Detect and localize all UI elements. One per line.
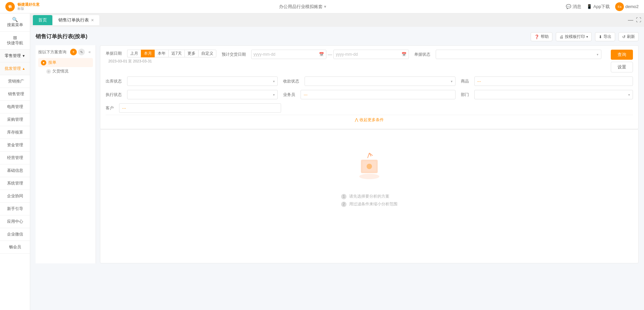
query-btn[interactable]: 查询 [611, 50, 633, 60]
sidebar-item-ecommerce[interactable]: 电商管理 [0, 101, 30, 113]
sidebar-item-newbie[interactable]: 新手引导 [0, 203, 30, 215]
filter-section: 单据日期 上月 本月 本年 近7天 更多 自定义 [100, 45, 639, 129]
tab-bar: 首页 销售订单执行表 ✕ — ⛶ [30, 13, 644, 27]
scheme-sub-icon: ○ [46, 69, 51, 74]
empty-svg [353, 150, 386, 183]
filter-row-3: 执行状态 ▾ 业务员 部门 [106, 90, 633, 99]
scheme-icon-active: ● [41, 60, 46, 65]
sidebar-item-wholesale[interactable]: 批发管理 ▲ [0, 62, 30, 75]
sidebar-item-operations[interactable]: 经营管理 [0, 152, 30, 164]
right-content: 单据日期 上月 本月 本年 近7天 更多 自定义 [100, 45, 639, 263]
exec-select[interactable]: ▾ [127, 90, 278, 99]
sidebar-item-sales[interactable]: 销售管理 [0, 88, 30, 101]
chevron-down-icon-5: ▾ [628, 93, 630, 97]
date-filter: 单据日期 上月 本月 本年 近7天 更多 自定义 [106, 50, 216, 64]
collapse-icon: ⋀ [355, 117, 358, 122]
empty-step-2: 2 用过滤条件来缩小分析范围 [341, 201, 397, 207]
header-left: 畅 畅捷通好生意 标版 [5, 2, 40, 11]
tab-sales-exec[interactable]: 销售订单执行表 ✕ [53, 15, 99, 25]
sidebar: 🔍 搜索菜单 ⊞ 快捷导航 零售管理 ▼ 批发管理 ▲ 营销推广 销售管理 电商… [0, 13, 30, 310]
message-btn[interactable]: 💬 消息 [566, 4, 581, 10]
salesperson-input[interactable] [301, 90, 455, 99]
sidebar-item-system[interactable]: 系统管理 [0, 177, 30, 190]
settings-btn[interactable]: 设置 [611, 62, 633, 72]
date-tab-current-year[interactable]: 本年 [155, 50, 168, 57]
filter-row-1: 单据日期 上月 本月 本年 近7天 更多 自定义 [106, 50, 633, 72]
header-center[interactable]: 办公用品行业模拟账套 ▾ [279, 4, 326, 10]
expected-date-end[interactable]: yyyy-mm-dd 📅 [333, 50, 409, 59]
goods-filter: 商品 [461, 76, 633, 86]
chevron-icon: ▼ [22, 54, 25, 58]
sidebar-item-purchase[interactable]: 采购管理 [0, 113, 30, 126]
top-header: 畅 畅捷通好生意 标版 办公用品行业模拟账套 ▾ 💬 消息 📱 App下载 Ea… [0, 0, 644, 13]
scheme-edit-btn[interactable]: ✎ [78, 49, 85, 55]
tab-maximize-btn[interactable]: ⛶ [636, 17, 641, 23]
date-tab-last-month[interactable]: 上月 [127, 50, 141, 57]
date-tabs: 上月 本月 本年 近7天 更多 自定义 [127, 50, 216, 57]
date-tab-current-month[interactable]: 本月 [141, 50, 155, 57]
sidebar-item-basic[interactable]: 基础信息 [0, 164, 30, 177]
sidebar-item-search-menu[interactable]: 🔍 搜索菜单 [0, 13, 30, 32]
goods-input[interactable] [474, 76, 633, 86]
page-content: 销售订单执行表(按单) ❓ 帮助 🖨 按模板打印 ▾ ⬇ 导出 [30, 27, 644, 310]
scheme-add-btn[interactable]: + [70, 49, 77, 55]
calendar-icon-2: 📅 [401, 52, 407, 57]
tab-home[interactable]: 首页 [33, 15, 52, 25]
sidebar-item-appstore[interactable]: 应用中心 [0, 215, 30, 228]
scheme-collapse-btn[interactable]: « [86, 49, 93, 55]
scheme-item-press-order[interactable]: ● 按单 [38, 58, 93, 67]
tab-minimize-btn[interactable]: — [628, 17, 633, 23]
date-tab-custom[interactable]: 自定义 [198, 50, 216, 57]
sidebar-item-wechat[interactable]: 企业微信 [0, 228, 30, 241]
svg-point-0 [359, 174, 379, 179]
empty-steps: 1 请先选择要分析的方案 2 用过滤条件来缩小分析范围 [341, 194, 397, 207]
status-select[interactable]: ▾ [436, 50, 601, 59]
expected-date-range: yyyy-mm-dd 📅 — yyyy-mm-dd 📅 [251, 50, 409, 59]
dept-filter: 部门 ▾ [461, 90, 633, 99]
collection-filter: 收款状态 ▾ [283, 76, 455, 86]
tab-close-btn[interactable]: ✕ [91, 18, 94, 22]
chevron-down-icon-2: ▾ [273, 80, 275, 83]
help-icon: ❓ [534, 35, 539, 39]
svg-point-3 [367, 164, 372, 169]
user-profile[interactable]: Ea demo2 [615, 2, 639, 11]
expected-date-start[interactable]: yyyy-mm-dd 📅 [251, 50, 327, 59]
svg-line-4 [368, 153, 369, 158]
sidebar-item-marketing[interactable]: 营销推广 [0, 75, 30, 88]
chevron-down-icon-4: ▾ [273, 93, 275, 97]
filter-row-2: 出库状态 ▾ 收款状态 ▾ [106, 76, 633, 86]
help-btn[interactable]: ❓ 帮助 [531, 32, 552, 41]
sidebar-item-inventory[interactable]: 库存核算 [0, 126, 30, 139]
collapse-bar[interactable]: ⋀ 收起更多条件 [106, 115, 633, 125]
action-buttons: 查询 设置 [607, 50, 633, 72]
page-title-bar: 销售订单执行表(按单) ❓ 帮助 🖨 按模板打印 ▾ ⬇ 导出 [36, 32, 639, 41]
app-download-btn[interactable]: 📱 App下载 [587, 4, 610, 10]
export-btn[interactable]: ⬇ 导出 [595, 32, 615, 41]
template-print-btn[interactable]: 🖨 按模板打印 ▾ [556, 32, 592, 41]
calendar-icon: 📅 [319, 52, 324, 57]
warehouse-select[interactable]: ▾ [127, 76, 278, 86]
customer-filter: 客户 [106, 103, 281, 113]
sidebar-item-member[interactable]: 畅会员 [0, 241, 30, 254]
refresh-btn[interactable]: ↺ 刷新 [619, 32, 639, 41]
collection-select[interactable]: ▾ [305, 76, 455, 86]
refresh-icon: ↺ [622, 35, 626, 39]
dept-select[interactable]: ▾ [474, 90, 633, 99]
sidebar-item-retail[interactable]: 零售管理 ▼ [0, 50, 30, 62]
salesperson-filter: 业务员 [283, 90, 455, 99]
date-tab-more[interactable]: 更多 [184, 50, 198, 57]
sidebar-item-finance[interactable]: 资金管理 [0, 139, 30, 152]
scheme-header: 按以下方案查询 + ✎ « [38, 49, 93, 55]
sidebar-item-enterprise[interactable]: 企业协同 [0, 190, 30, 203]
scheme-sub-item-debt[interactable]: ○ 欠货情况 [38, 67, 93, 75]
dropdown-arrow-icon: ▾ [586, 35, 588, 39]
app-logo: 畅 [5, 2, 15, 11]
main-panel: 按以下方案查询 + ✎ « ● 按单 ○ 欠货情况 [36, 45, 639, 263]
empty-step-1: 1 请先选择要分析的方案 [341, 194, 397, 199]
chevron-down-icon: ▾ [597, 53, 598, 56]
customer-input[interactable] [119, 103, 281, 113]
sidebar-item-quick-nav[interactable]: ⊞ 快捷导航 [0, 32, 30, 50]
page-title-actions: ❓ 帮助 🖨 按模板打印 ▾ ⬇ 导出 ↺ 刷新 [531, 32, 639, 41]
date-tab-last-7-days[interactable]: 近7天 [168, 50, 184, 57]
expected-date-filter: 预计交货日期 yyyy-mm-dd 📅 — yyyy-mm-dd [222, 50, 409, 59]
